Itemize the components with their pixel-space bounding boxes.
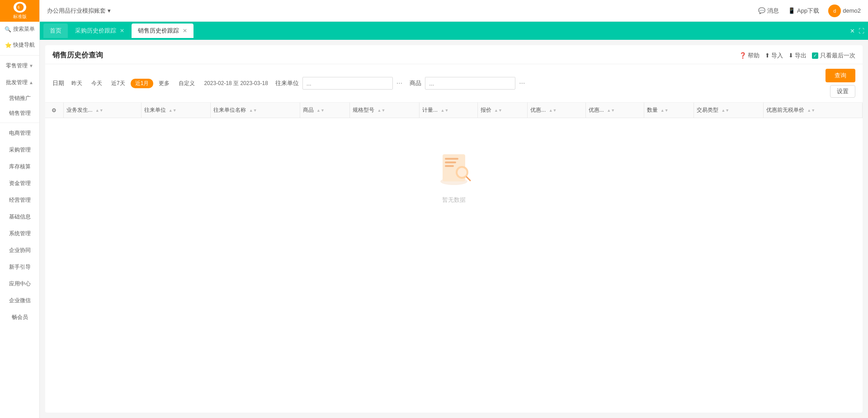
only-last-checkbox[interactable]: ✓ 只看最后一次 (812, 52, 855, 60)
help-button[interactable]: ❓ 帮助 (739, 52, 760, 60)
sort-icon: ▲▼ (249, 109, 257, 113)
col-trade-type[interactable]: 交易类型 ▲▼ (694, 103, 764, 118)
sidebar-item-ops-mgmt[interactable]: 经营管理 (0, 192, 39, 209)
sidebar-label: 采购管理 (9, 146, 31, 154)
sidebar-item-marketing[interactable]: 营销推广 (0, 91, 39, 106)
chevron-down-icon: ▼ (29, 63, 33, 68)
checkbox-checked-icon: ✓ (812, 52, 818, 59)
main-area: 办公用品行业模拟账套 ▾ 💬 消息 📱 App下载 d demo2 首页 (40, 0, 868, 418)
tab-purchase-history[interactable]: 采购历史价跟踪 ✕ (69, 24, 131, 38)
page-title: 销售历史价查询 (52, 51, 103, 60)
sidebar-item-enterprise[interactable]: 企业协同 (0, 242, 39, 259)
export-button[interactable]: ⬇ 导出 (788, 52, 807, 60)
message-button[interactable]: 💬 消息 (758, 7, 779, 15)
date-btn-7days[interactable]: 近7天 (108, 79, 129, 88)
date-btn-1month[interactable]: 近1月 (131, 79, 154, 88)
col-biz-date[interactable]: 业务发生... ▲▼ (63, 103, 141, 118)
query-button[interactable]: 查询 (826, 69, 855, 82)
sidebar-label: 快捷导航 (13, 41, 35, 49)
empty-state: 暂无数据 (45, 118, 863, 231)
col-partner-name[interactable]: 往来单位名称 ▲▼ (211, 103, 300, 118)
partner-dots-icon[interactable]: ··· (396, 79, 402, 87)
col-partner-code[interactable]: 往来单位 ▲▼ (141, 103, 211, 118)
sidebar-item-app-center[interactable]: 应用中心 (0, 276, 39, 292)
sidebar-item-sys-mgmt[interactable]: 系统管理 (0, 225, 39, 242)
col-discount2[interactable]: 优惠... ▲▼ (585, 103, 644, 118)
maximize-icon[interactable]: ⛶ (859, 28, 864, 34)
user-profile[interactable]: d demo2 (828, 5, 861, 17)
settings-button[interactable]: 设置 (830, 85, 855, 98)
col-quote[interactable]: 报价 ▲▼ (477, 103, 528, 118)
date-filter-label: 日期 (52, 79, 64, 87)
sort-icon: ▲▼ (660, 109, 669, 113)
sidebar-label: 系统管理 (9, 230, 31, 238)
svg-rect-5 (445, 162, 456, 163)
goods-filter-label: 商品 (410, 79, 421, 87)
date-btn-more[interactable]: 更多 (155, 79, 173, 88)
sidebar-label: 畅会员 (12, 314, 28, 321)
col-qty[interactable]: 数量 ▲▼ (644, 103, 694, 118)
sort-icon: ▲▼ (721, 109, 729, 113)
purchase-tab-label: 采购历史价跟踪 (75, 27, 116, 35)
close-sales-tab-icon[interactable]: ✕ (183, 28, 187, 34)
partner-input[interactable] (302, 77, 393, 90)
close-all-icon[interactable]: ✕ (850, 28, 855, 34)
sidebar-item-sales-mgmt[interactable]: 销售管理 (0, 106, 39, 121)
sidebar-item-inventory[interactable]: 库存核算 (0, 158, 39, 175)
sidebar-item-newbie[interactable]: 新手引导 (0, 259, 39, 276)
sort-icon: ▲▼ (494, 109, 502, 113)
only-last-label: 只看最后一次 (820, 52, 855, 60)
sidebar-item-basic-info[interactable]: 基础信息 (0, 209, 39, 225)
sidebar-item-membership[interactable]: 畅会员 (0, 309, 39, 326)
sidebar-item-finance-mgmt[interactable]: 资金管理 (0, 175, 39, 192)
col-settings[interactable]: ⚙ (45, 103, 63, 118)
goods-input[interactable] (425, 77, 515, 90)
sidebar-label: 企业微信 (9, 297, 31, 304)
col-goods[interactable]: 商品 ▲▼ (300, 103, 350, 118)
chevron-down-icon: ▾ (108, 7, 111, 14)
sidebar-label: 库存核算 (9, 163, 31, 171)
page-title-actions: ❓ 帮助 ⬆ 导入 ⬇ 导出 ✓ 只看最后一次 (739, 52, 855, 60)
help-icon: ❓ (739, 52, 746, 59)
sidebar-item-corp-wechat[interactable]: 企业微信 (0, 292, 39, 309)
goods-filter-group: 商品 ··· (410, 77, 525, 90)
chevron-up-icon: ▲ (29, 80, 33, 85)
app-download-button[interactable]: 📱 App下载 (788, 7, 819, 15)
username-label: demo2 (843, 7, 861, 14)
tab-home[interactable]: 首页 (43, 24, 68, 38)
sidebar-item-purchase-mgmt[interactable]: 采购管理 (0, 142, 39, 158)
sidebar-item-search-menu[interactable]: 🔍 搜索菜单 (0, 22, 39, 37)
sort-icon: ▲▼ (316, 109, 325, 113)
col-discount1[interactable]: 优惠... ▲▼ (528, 103, 586, 118)
app-dropdown[interactable]: 办公用品行业模拟账套 ▾ (47, 7, 111, 15)
import-button[interactable]: ⬆ 导入 (765, 52, 783, 60)
sidebar-label: 批发管理 (6, 79, 28, 86)
download-icon: 📱 (788, 7, 795, 14)
sort-icon: ▲▼ (549, 109, 557, 113)
sidebar-item-retail-mgmt[interactable]: 零售管理 ▼ (0, 57, 39, 74)
date-btn-today[interactable]: 今天 (88, 79, 106, 88)
col-pretax-price[interactable]: 优惠前无税单价 ▲▼ (763, 103, 862, 118)
date-btn-custom[interactable]: 自定义 (175, 79, 198, 88)
svg-point-8 (458, 168, 467, 177)
sidebar-label: 销售管理 (9, 109, 31, 117)
col-spec[interactable]: 规格型号 ▲▼ (350, 103, 420, 118)
divider (0, 55, 39, 56)
date-range-text: 2023-02-18 至 2023-03-18 (204, 80, 268, 87)
close-purchase-tab-icon[interactable]: ✕ (120, 28, 124, 34)
goods-dots-icon[interactable]: ··· (519, 79, 525, 87)
table-header-row: ⚙ 业务发生... ▲▼ 往来单位 ▲▼ 往来单位名称 ▲ (45, 103, 863, 118)
svg-rect-4 (445, 158, 458, 160)
sidebar-label: 电商管理 (9, 129, 31, 137)
date-btn-yesterday[interactable]: 昨天 (68, 79, 86, 88)
sort-icon: ▲▼ (607, 109, 615, 113)
message-label: 消息 (767, 7, 779, 15)
tab-sales-history[interactable]: 销售历史价跟踪 ✕ (132, 24, 193, 38)
header-right: 💬 消息 📱 App下载 d demo2 (758, 5, 861, 17)
svg-rect-6 (445, 165, 454, 167)
sidebar-item-quick-nav[interactable]: ⭐ 快捷导航 (0, 37, 39, 53)
col-unit[interactable]: 计量... ▲▼ (420, 103, 478, 118)
date-quick-buttons: 昨天 今天 近7天 近1月 更多 自定义 (68, 79, 198, 88)
sidebar-item-wholesale-mgmt[interactable]: 批发管理 ▲ (0, 74, 39, 91)
sidebar-item-ecom-mgmt[interactable]: 电商管理 (0, 125, 39, 142)
